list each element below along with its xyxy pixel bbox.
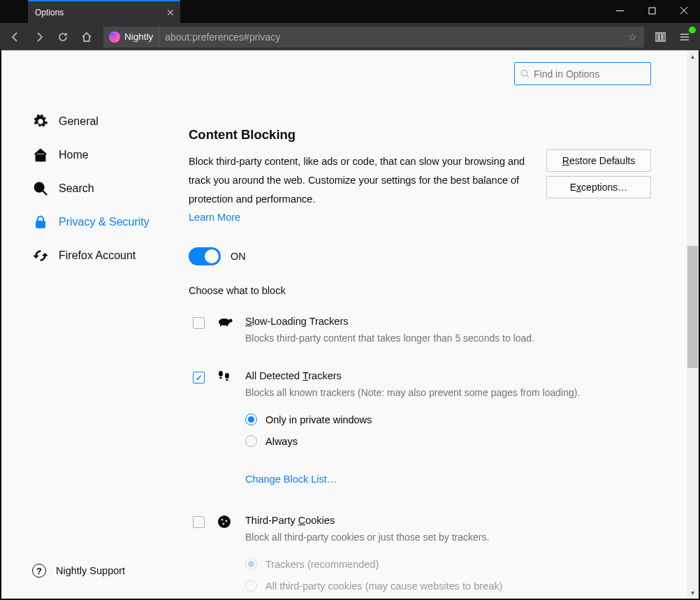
svg-point-20: [219, 371, 223, 376]
sidebar-item-general[interactable]: General: [32, 105, 172, 138]
svg-rect-23: [226, 379, 228, 381]
help-icon: ?: [32, 564, 46, 578]
sidebar-item-label: Home: [59, 149, 89, 161]
radio-trackers-recommended: Trackers (recommended): [245, 558, 502, 570]
change-block-list-link[interactable]: Change Block List…: [245, 474, 337, 485]
scroll-thumb[interactable]: [687, 246, 698, 368]
minimize-button[interactable]: [604, 0, 636, 21]
svg-point-22: [225, 373, 229, 379]
radio-input[interactable]: [245, 435, 257, 447]
back-button[interactable]: [4, 27, 27, 47]
scroll-down-arrow[interactable]: ▾: [687, 587, 699, 599]
exceptions-button[interactable]: Exceptions…: [546, 176, 651, 198]
close-tab-icon[interactable]: ✕: [166, 7, 175, 18]
radio-input: [245, 580, 257, 592]
svg-point-13: [35, 183, 44, 192]
search-input[interactable]: [534, 68, 645, 80]
learn-more-link[interactable]: Learn More: [189, 212, 240, 223]
svg-rect-21: [219, 377, 222, 379]
content-blocking-toggle[interactable]: [189, 247, 221, 265]
all-trackers-title: All Detected Trackers: [245, 370, 580, 381]
action-buttons: Restore Defaults Exceptions…: [546, 149, 651, 198]
svg-rect-1: [649, 8, 655, 14]
sidebar-item-search[interactable]: Search: [32, 172, 172, 205]
nightly-icon: [109, 31, 120, 43]
svg-rect-12: [39, 156, 42, 161]
toggle-state-label: ON: [231, 251, 246, 262]
radio-all-third-party: All third-party cookies (may cause websi…: [245, 580, 502, 592]
svg-rect-5: [659, 33, 662, 41]
svg-point-26: [226, 520, 228, 522]
all-trackers-body: All Detected Trackers Blocks all known t…: [245, 370, 580, 485]
gear-icon: [32, 113, 49, 130]
sidebar-item-label: Search: [59, 182, 94, 195]
turtle-icon: [217, 316, 233, 330]
svg-point-10: [522, 71, 527, 76]
all-trackers-checkbox[interactable]: [193, 372, 205, 383]
cookie-icon: [217, 515, 233, 532]
choose-label: Choose what to block: [189, 285, 651, 296]
sidebar-item-label: General: [59, 115, 99, 128]
radio-input[interactable]: [245, 414, 257, 425]
radio-label: Trackers (recommended): [265, 559, 379, 570]
toolbar: Nightly about:preferences#privacy ☆: [0, 23, 700, 50]
cookies-title: Third-Party Cookies: [245, 515, 502, 526]
section-description: Block third-party content, like ads or c…: [189, 152, 538, 208]
slow-trackers-checkbox[interactable]: [193, 317, 205, 329]
maximize-button[interactable]: [636, 0, 668, 21]
restore-defaults-button[interactable]: Restore Defaults: [546, 149, 651, 172]
svg-rect-6: [663, 33, 665, 41]
search-icon: [32, 180, 49, 197]
footprints-icon: [217, 370, 233, 386]
support-link[interactable]: ? Nightly Support: [32, 564, 125, 578]
find-in-options[interactable]: [514, 62, 651, 85]
sidebar-item-label: Firefox Account: [59, 249, 136, 262]
scroll-up-arrow[interactable]: ▴: [687, 50, 699, 62]
bookmark-star-icon[interactable]: ☆: [621, 31, 644, 43]
main-panel: Content Blocking Block third-party conte…: [189, 127, 651, 599]
identity-box[interactable]: Nightly: [103, 27, 159, 47]
all-trackers-sub: Blocks all known trackers (Note: may als…: [245, 387, 580, 398]
svg-line-11: [527, 75, 529, 78]
support-label: Nightly Support: [56, 565, 125, 576]
browser-tab[interactable]: Options ✕: [28, 0, 180, 23]
svg-rect-18: [220, 324, 221, 326]
svg-point-25: [221, 519, 224, 521]
reload-button[interactable]: [52, 27, 74, 47]
cookies-body: Third-Party Cookies Block all third-part…: [245, 515, 502, 599]
content-blocking-toggle-row: ON: [189, 247, 651, 265]
close-window-button[interactable]: [668, 0, 700, 21]
search-icon: [520, 69, 530, 78]
url-bar[interactable]: Nightly about:preferences#privacy ☆: [103, 27, 644, 47]
radio-always[interactable]: Always: [245, 435, 580, 447]
sidebar-item-home[interactable]: Home: [32, 138, 172, 172]
sync-icon: [32, 247, 49, 264]
slow-trackers-sub: Blocks third-party content that takes lo…: [245, 332, 534, 344]
vertical-scrollbar[interactable]: ▴ ▾: [687, 50, 699, 599]
sidebar-item-label: Privacy & Security: [59, 216, 150, 228]
titlebar: Options ✕: [0, 0, 700, 23]
svg-rect-15: [36, 221, 45, 228]
svg-point-17: [229, 319, 233, 323]
identity-label: Nightly: [124, 31, 153, 42]
section-heading: Content Blocking: [189, 127, 651, 142]
url-text: about:preferences#privacy: [159, 31, 286, 43]
app-menu-button[interactable]: [673, 27, 696, 47]
sidebar-item-account[interactable]: Firefox Account: [32, 239, 172, 272]
window-controls: [604, 0, 700, 21]
cookies-sub: Block all third-party cookies or just th…: [245, 532, 502, 543]
forward-button[interactable]: [28, 27, 50, 47]
third-party-cookies-item: Third-Party Cookies Block all third-part…: [189, 515, 651, 599]
sidebar-item-privacy[interactable]: Privacy & Security: [32, 205, 172, 239]
content-area: ▴ ▾ General Home Search Privacy & Securi…: [1, 50, 699, 599]
home-button[interactable]: [75, 27, 98, 47]
radio-label: Always: [265, 436, 298, 447]
svg-point-24: [218, 515, 231, 528]
radio-private-windows[interactable]: Only in private windows: [245, 414, 580, 425]
library-button[interactable]: [650, 27, 672, 47]
tracker-scope-radios: Only in private windows Always: [245, 414, 580, 447]
all-trackers-item: All Detected Trackers Blocks all known t…: [189, 370, 651, 485]
svg-point-27: [223, 523, 225, 525]
cookies-scope-radios: Trackers (recommended) All third-party c…: [245, 558, 502, 592]
cookies-checkbox[interactable]: [193, 516, 205, 528]
